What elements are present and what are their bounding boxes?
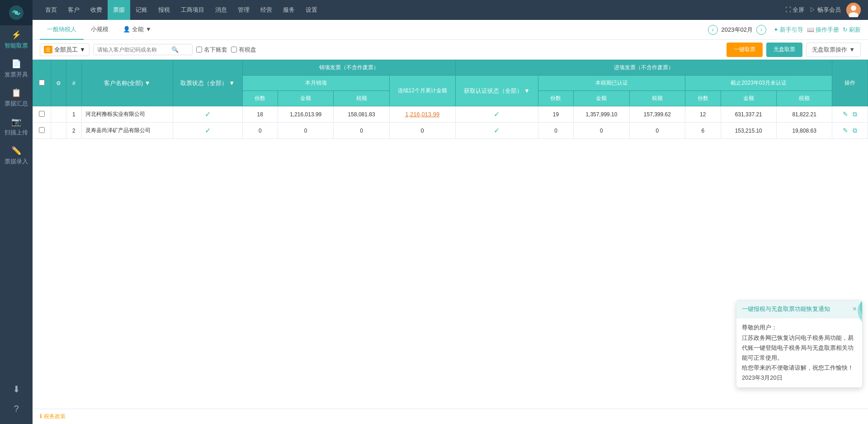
user-icon: 👤 xyxy=(123,26,130,33)
tax-policy-link[interactable]: 税务政策 xyxy=(44,413,66,419)
tab-all-label: 全能 xyxy=(132,25,144,33)
th-pur-amount: 金额 xyxy=(574,91,629,106)
scan-icon: 📷 xyxy=(11,117,21,127)
taxdisk-check[interactable] xyxy=(231,47,237,52)
row-check-0[interactable] xyxy=(39,111,45,117)
nav-customer[interactable]: 客户 xyxy=(62,0,85,20)
filter-icon: ▼ xyxy=(145,80,151,86)
summary-icon: 📋 xyxy=(11,88,21,98)
info-icon: ℹ xyxy=(40,413,42,419)
notification-close-button[interactable]: × xyxy=(853,305,857,313)
one-click-fetch-button[interactable]: 一键取票 xyxy=(726,43,763,57)
underaccount-check[interactable] xyxy=(196,47,202,52)
sidebar-item-invoice-summary[interactable]: 📋 票据汇总 xyxy=(0,83,33,112)
chevron-down-icon: ▼ xyxy=(146,26,151,33)
th-pur-tax: 税额 xyxy=(629,91,685,106)
refresh-icon: ↻ xyxy=(843,26,848,33)
nav-manage[interactable]: 管理 xyxy=(232,0,255,20)
th-sales-thismonth: 本月销项 xyxy=(242,76,389,91)
guide-icon: ✦ xyxy=(774,26,778,33)
th-purchase-recognized: 本税期已认证 xyxy=(538,76,685,91)
tab-small-label: 小规模 xyxy=(91,25,108,33)
svg-point-1 xyxy=(14,11,18,14)
employee-filter[interactable]: 全 全部员工 ▼ xyxy=(40,43,90,56)
taxdisk-checkbox[interactable]: 有税盘 xyxy=(231,46,256,54)
sidebar-item-data-entry[interactable]: ✏️ 票据录入 xyxy=(0,141,33,170)
table-row: 2 灵寿县尚泽矿产品有限公司 ✓ 0 0 0 0 ✓ 0 0 0 6 153,2… xyxy=(33,123,868,139)
tab-small[interactable]: 小规模 xyxy=(84,20,116,40)
no-disk-ops-button[interactable]: 无盘取票操作 ▼ xyxy=(806,43,861,57)
row-edit-button[interactable]: ✎ xyxy=(843,110,848,118)
auth-status-icon: ✓ xyxy=(494,110,500,118)
auth-status-icon: ✓ xyxy=(494,127,500,134)
sidebar-bottom: ⬇ ? xyxy=(10,381,23,424)
tab-general-label: 一般纳税人 xyxy=(47,25,76,33)
fetch-status-icon: ✓ xyxy=(205,110,211,118)
nav-settings[interactable]: 设置 xyxy=(300,0,323,20)
th-sales-group: 销项发票（不含作废票） xyxy=(242,60,455,76)
guide-button[interactable]: ✦ 新手引导 xyxy=(774,26,803,34)
th-sales-amount: 金额 xyxy=(278,91,334,106)
sidebar-item-label: 扫描上传 xyxy=(5,129,28,137)
th-fetch-status: 取票状态（全部） ▼ xyxy=(173,60,242,106)
tab-general[interactable]: 一般纳税人 xyxy=(40,20,84,40)
row-copy-button[interactable]: ⧉ xyxy=(853,127,857,134)
filter-icon-auth: ▼ xyxy=(524,87,530,94)
manual-button[interactable]: 📖 操作手册 xyxy=(807,26,839,34)
sales-12m-link[interactable]: 1,216,013.99 xyxy=(405,111,439,118)
help-icon[interactable]: ? xyxy=(11,401,21,417)
search-input[interactable] xyxy=(97,47,170,53)
sidebar-item-scan-upload[interactable]: 📷 扫描上传 xyxy=(0,112,33,141)
nav-bookkeeping[interactable]: 记账 xyxy=(130,0,153,20)
avatar[interactable] xyxy=(846,3,861,17)
employee-badge: 全 xyxy=(44,46,52,53)
sidebar: ⚡ 智能取票 📄 发票开具 📋 票据汇总 📷 扫描上传 ✏️ 票据录入 ⬇ ? xyxy=(0,0,33,424)
row-checkbox[interactable] xyxy=(33,106,51,123)
lightning-icon: ⚡ xyxy=(11,30,21,40)
row-company: 灵寿县尚泽矿产品有限公司 xyxy=(81,123,173,139)
nav-home[interactable]: 首页 xyxy=(40,0,62,20)
th-sales-12m: 连续12个月累计金额 xyxy=(389,76,455,106)
notification-header: 一键报税与无盘取票功能恢复通知 × xyxy=(736,300,862,318)
row-check-1[interactable] xyxy=(39,127,45,133)
sidebar-item-label: 智能取票 xyxy=(5,42,28,50)
th-action: 操作 xyxy=(832,60,868,106)
nav-tax[interactable]: 报税 xyxy=(153,0,175,20)
nav-message[interactable]: 消息 xyxy=(210,0,232,20)
notification-popup: 一键报税与无盘取票功能恢复通知 × 尊敬的用户： 江苏政务网已恢复访问电子税务局… xyxy=(736,300,863,388)
employee-filter-label: 全部员工 xyxy=(54,46,78,54)
refresh-button[interactable]: ↻ 刷新 xyxy=(843,26,861,34)
th-settings: ⚙ xyxy=(51,60,66,106)
sidebar-item-invoice-open[interactable]: 📄 发票开具 xyxy=(0,54,33,83)
member-button[interactable]: ▷ 畅享会员 xyxy=(810,6,841,14)
nav-invoice[interactable]: 票据 xyxy=(108,0,130,20)
no-disk-fetch-button[interactable]: 无盘取票 xyxy=(766,43,802,57)
tab-all[interactable]: 👤 全能 ▼ xyxy=(116,20,159,40)
underaccount-checkbox[interactable]: 名下账套 xyxy=(196,46,227,54)
topnav: 首页 客户 收费 票据 记账 报税 工商项目 消息 管理 经营 服务 设置 ⛶ … xyxy=(33,0,868,20)
nav-business[interactable]: 工商项目 xyxy=(175,0,210,20)
sidebar-item-smart-fetch[interactable]: ⚡ 智能取票 xyxy=(0,25,33,54)
nav-operation[interactable]: 经营 xyxy=(255,0,278,20)
row-edit-button[interactable]: ✎ xyxy=(843,127,848,134)
date-next-button[interactable]: › xyxy=(756,25,766,35)
employee-dropdown-icon: ▼ xyxy=(80,46,85,53)
th-un-amount: 金额 xyxy=(721,91,776,106)
nav-service[interactable]: 服务 xyxy=(278,0,300,20)
notification-title: 一键报税与无盘取票功能恢复通知 xyxy=(742,305,830,313)
th-checkbox xyxy=(33,60,51,106)
select-all-checkbox[interactable] xyxy=(39,80,45,86)
search-icon[interactable]: 🔍 xyxy=(171,46,179,53)
sidebar-item-label: 票据汇总 xyxy=(5,100,28,108)
invoice-open-icon: 📄 xyxy=(11,59,21,69)
sales-12m-link: 0 xyxy=(421,127,424,134)
row-copy-button[interactable]: ⧉ xyxy=(853,110,857,118)
svg-point-3 xyxy=(851,5,856,11)
nav-billing[interactable]: 收费 xyxy=(85,0,108,20)
top-actions: ✦ 新手引导 📖 操作手册 ↻ 刷新 xyxy=(774,26,861,34)
row-checkbox[interactable] xyxy=(33,123,51,139)
fullscreen-button[interactable]: ⛶ 全屏 xyxy=(785,6,805,14)
download-icon[interactable]: ⬇ xyxy=(10,381,23,397)
footer: ℹ 税务政策 xyxy=(33,409,868,424)
date-prev-button[interactable]: ‹ xyxy=(708,25,718,35)
